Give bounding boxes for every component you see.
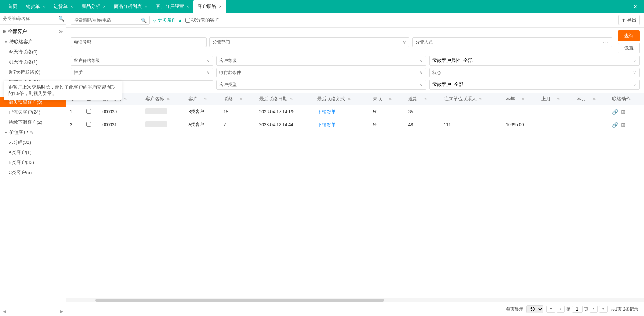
grid-action-icon[interactable]: ⊞	[621, 122, 625, 128]
cell-contacts-2: 111	[440, 118, 502, 131]
sidebar-item-ungrouped[interactable]: 未分组(32)	[0, 137, 66, 147]
nav-customer-contact[interactable]: 客户联络 ×	[193, 0, 226, 13]
filter-row-2: 客户价格等级 ∨ 客户等级 ∨ 零散客户属性 全部 ∨	[71, 56, 640, 66]
sort-icon[interactable]: ⇅	[424, 97, 427, 101]
chevron-down-icon: ∨	[633, 70, 636, 75]
sidebar-item-7days[interactable]: 近7天待联络(0)	[0, 67, 66, 77]
table-footer: 每页显示 50 « ‹ 第 页 › » 共1页 2条记录	[66, 302, 644, 316]
sidebar-item-class-b[interactable]: B类客户(33)	[0, 157, 66, 168]
search-icon[interactable]: 🔍	[141, 18, 147, 23]
filter-icon: ▽	[153, 18, 156, 23]
grid-action-icon[interactable]: ⊞	[621, 109, 625, 115]
sort-icon[interactable]: ⇅	[204, 97, 207, 101]
sort-icon[interactable]: ⇅	[389, 97, 392, 101]
filter-manager[interactable]: 分管人员 ···	[412, 37, 612, 47]
row-checkbox[interactable]	[86, 122, 91, 127]
sort-icon[interactable]: ⇅	[522, 97, 524, 101]
sidebar-item-tomorrow[interactable]: 明天待联络(1)	[0, 57, 66, 67]
chevron-down-icon: ∨	[403, 39, 406, 45]
retail-customer-label: 零散客户	[432, 81, 451, 88]
row-checkbox[interactable]	[86, 109, 91, 114]
cell-this-year-1	[502, 105, 538, 118]
scrollbar-thumb[interactable]	[95, 299, 384, 302]
more-icon[interactable]: ···	[603, 39, 609, 45]
sidebar-collapse-icon[interactable]: ≫	[59, 29, 63, 34]
export-button[interactable]: ⬆ 导出	[618, 15, 640, 25]
close-icon[interactable]: ×	[145, 0, 147, 13]
sidebar-group-value-title[interactable]: ▼ 价值客户 ✎	[0, 127, 66, 137]
link-action-icon[interactable]: 🔗	[612, 122, 618, 128]
sidebar-item-declining[interactable]: 持续下滑客户(2)	[0, 117, 66, 127]
sort-icon[interactable]: ⇅	[557, 97, 560, 101]
category-search-input[interactable]	[3, 16, 57, 21]
sort-icon[interactable]: ⇅	[593, 97, 596, 101]
th-uncontacted: 未联... ⇅	[369, 93, 405, 105]
sort-icon[interactable]: ⇅	[124, 97, 127, 101]
link-action-icon[interactable]: 🔗	[612, 109, 618, 115]
edit-icon[interactable]: ✎	[29, 130, 33, 135]
my-customers-checkbox[interactable]	[185, 18, 190, 23]
cell-type-1: B类客户	[185, 105, 220, 118]
close-icon[interactable]: ×	[187, 0, 189, 13]
last-page-button[interactable]: »	[599, 306, 608, 313]
filter-status[interactable]: 状态 ∨	[429, 68, 640, 77]
th-this-month: 本月... ⇅	[573, 93, 609, 105]
nav-product-list[interactable]: 商品分析列表 ×	[110, 0, 151, 13]
filter-dept[interactable]: 分管部门 ∨	[209, 37, 409, 47]
close-icon[interactable]: ×	[103, 0, 105, 13]
filter-retail-attr[interactable]: 零散客户属性 全部 ∨	[429, 56, 640, 66]
cell-type-2: A类客户	[185, 118, 220, 131]
sort-icon[interactable]: ⇅	[167, 97, 170, 101]
sidebar-item-class-c[interactable]: C类客户(6)	[0, 168, 66, 178]
filter-price-level[interactable]: 客户价格等级 ∨	[71, 56, 213, 66]
sidebar-bottom-arrow-right[interactable]: ▶	[60, 309, 63, 314]
sort-icon[interactable]: ⇅	[290, 97, 293, 101]
first-page-button[interactable]: «	[546, 306, 555, 313]
nav-customer-tier[interactable]: 客户分层经营 ×	[152, 0, 193, 13]
close-icon[interactable]: ×	[70, 0, 73, 13]
query-button[interactable]: 查询	[618, 30, 640, 41]
close-icon[interactable]: ×	[219, 0, 221, 13]
filter-gender[interactable]: 性质 ∨	[71, 68, 213, 77]
sidebar-root[interactable]: ⊞ 全部客户 ≫	[0, 26, 66, 37]
settings-button[interactable]: 设置	[618, 43, 640, 53]
contact-method-link[interactable]: 下销货单	[317, 109, 336, 114]
filter-payment[interactable]: 收付款条件 ∨	[216, 68, 427, 77]
nav-product-analysis[interactable]: 商品分析 ×	[77, 0, 110, 13]
more-conditions-button[interactable]: ▽ 更多条件 ▲	[153, 17, 182, 23]
filter-customer-type[interactable]: 客户类型 ∨	[216, 80, 427, 90]
filter-retail-customer[interactable]: 零散客户 全部 ∨	[429, 80, 640, 90]
filter-customer-level[interactable]: 客户等级 ∨	[216, 56, 427, 66]
prev-page-button[interactable]: ‹	[557, 306, 565, 313]
nav-sales[interactable]: 销货单 ×	[22, 0, 49, 13]
pagination: « ‹ 第 页 › »	[546, 306, 608, 313]
cell-name-1	[142, 105, 185, 118]
filter-buttons: 查询 设置	[618, 30, 640, 53]
chevron-down-icon: ∨	[633, 82, 636, 88]
nav-purchase[interactable]: 进货单 ×	[49, 0, 77, 13]
cell-contact-2: 7	[220, 118, 256, 131]
sidebar-item-today[interactable]: 今天待联络(0)	[0, 47, 66, 57]
close-window-button[interactable]: ✕	[630, 3, 640, 10]
sidebar-group-pending-title[interactable]: ▼ 待联络客户	[0, 37, 66, 47]
sort-icon[interactable]: ⇅	[348, 97, 351, 101]
sidebar-item-class-a[interactable]: A类客户(1)	[0, 147, 66, 157]
search-input[interactable]	[74, 18, 141, 23]
horizontal-scrollbar[interactable]	[66, 298, 644, 302]
table-header-row: ⚙ 客户编码 ⇅ 客户名称 ⇅	[66, 93, 644, 105]
cell-uncontacted-2: 55	[369, 118, 405, 131]
sort-icon[interactable]: ⇅	[240, 97, 242, 101]
contact-method-link[interactable]: 下销货单	[317, 122, 336, 127]
status-label: 状态	[432, 70, 441, 76]
sidebar-item-churned[interactable]: 已流失客户(24)	[0, 107, 66, 117]
page-size-select[interactable]: 50	[526, 305, 543, 313]
page-input[interactable]	[572, 306, 583, 313]
sidebar-bottom-arrow[interactable]: ◀	[3, 309, 6, 314]
next-page-button[interactable]: ›	[590, 306, 598, 313]
nav-home[interactable]: 首页	[4, 0, 22, 13]
sort-icon[interactable]: ⇅	[479, 97, 482, 101]
data-table: ⚙ 客户编码 ⇅ 客户名称 ⇅	[66, 93, 644, 131]
filter-phone[interactable]: 电话号码	[71, 37, 207, 47]
close-icon[interactable]: ×	[43, 0, 45, 13]
search-icon[interactable]: 🔍	[58, 16, 64, 22]
